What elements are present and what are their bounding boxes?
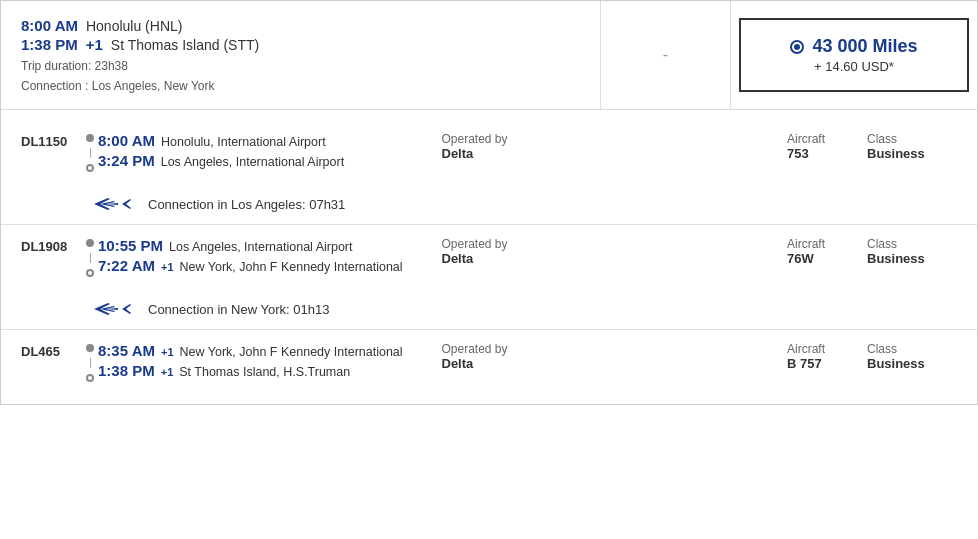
trip-duration: Trip duration: 23h38 — [21, 59, 580, 73]
seg3-dep-airport: New York, John F Kennedy International — [180, 345, 403, 359]
seg1-arr-airport: Los Angeles, International Airport — [161, 155, 344, 169]
connection-text-1: Connection in Los Angeles: 07h31 — [148, 197, 345, 212]
segment-class-2: Class Business — [867, 237, 957, 266]
aircraft-value-3: B 757 — [787, 356, 867, 371]
segment-aircraft-1: Aircraft 753 — [787, 132, 867, 161]
segment-operated-3: Operated by Delta — [432, 342, 788, 371]
dot-line-2 — [90, 253, 91, 263]
seg2-arr-airport: New York, John F Kennedy International — [180, 260, 403, 274]
class-label-2: Class — [867, 237, 957, 251]
trip-connection: Connection : Los Angeles, New York — [21, 79, 580, 93]
dot-col-1 — [86, 132, 94, 172]
seg3-arr-modifier: +1 — [161, 366, 174, 378]
dot-filled — [86, 134, 94, 142]
dot-filled-3 — [86, 344, 94, 352]
dot-filled-2 — [86, 239, 94, 247]
aircraft-label-1: Aircraft — [787, 132, 867, 146]
segment-id-3: DL465 — [21, 342, 86, 359]
connection-text-2: Connection in New York: 01h13 — [148, 302, 329, 317]
seg2-dep-time: 10:55 PM — [98, 237, 163, 254]
seg3-dep-time: 8:35 AM — [98, 342, 155, 359]
class-value-1: Business — [867, 146, 957, 161]
seg1-dep-time: 8:00 AM — [98, 132, 155, 149]
segment-id-1: DL1150 — [21, 132, 86, 149]
connection-row-2: Connection in New York: 01h13 — [1, 289, 977, 329]
segment-aircraft-3: Aircraft B 757 — [787, 342, 867, 371]
price-box[interactable]: 43 000 Miles + 14.60 USD* — [739, 18, 969, 92]
flight-card: 8:00 AM Honolulu (HNL) 1:38 PM +1 St Tho… — [0, 0, 978, 405]
dot-empty-2 — [86, 269, 94, 277]
operated-label-3: Operated by — [442, 342, 788, 356]
class-label-3: Class — [867, 342, 957, 356]
seg1-arr-time: 3:24 PM — [98, 152, 155, 169]
time-airport-2: 10:55 PM Los Angeles, International Airp… — [98, 237, 432, 274]
plane-icon-2 — [86, 299, 136, 319]
header-dash: - — [601, 1, 731, 109]
dot-empty-3 — [86, 374, 94, 382]
time-airport-3: 8:35 AM +1 New York, John F Kennedy Inte… — [98, 342, 432, 379]
segment-class-1: Class Business — [867, 132, 957, 161]
aircraft-label-3: Aircraft — [787, 342, 867, 356]
seg2-arr-modifier: +1 — [161, 261, 174, 273]
aircraft-value-2: 76W — [787, 251, 867, 266]
segment-row-3: DL465 8:35 AM +1 New York, John F Kenned… — [1, 330, 977, 394]
aircraft-label-2: Aircraft — [787, 237, 867, 251]
seg3-dep-modifier: +1 — [161, 346, 174, 358]
operated-value-1: Delta — [442, 146, 788, 161]
seg3-arr-time: 1:38 PM — [98, 362, 155, 379]
seg1-dep-airport: Honolulu, International Airport — [161, 135, 326, 149]
connection-row-1: Connection in Los Angeles: 07h31 — [1, 184, 977, 224]
flight-header: 8:00 AM Honolulu (HNL) 1:38 PM +1 St Tho… — [1, 1, 977, 110]
dot-line-3 — [90, 358, 91, 368]
segments-container: DL1150 8:00 AM Honolulu, International A… — [1, 110, 977, 404]
seg2-arr-time: 7:22 AM — [98, 257, 155, 274]
header-departure-time: 8:00 AM — [21, 17, 78, 34]
segment-operated-1: Operated by Delta — [432, 132, 788, 161]
header-flight-info: 8:00 AM Honolulu (HNL) 1:38 PM +1 St Tho… — [1, 1, 601, 109]
dot-col-3 — [86, 342, 94, 382]
aircraft-value-1: 753 — [787, 146, 867, 161]
class-value-2: Business — [867, 251, 957, 266]
dot-empty — [86, 164, 94, 172]
operated-value-3: Delta — [442, 356, 788, 371]
operated-label-1: Operated by — [442, 132, 788, 146]
header-arrival-airport: St Thomas Island (STT) — [111, 37, 259, 53]
price-radio[interactable] — [790, 40, 804, 54]
price-miles: 43 000 Miles — [812, 36, 917, 57]
operated-value-2: Delta — [442, 251, 788, 266]
header-departure-airport: Honolulu (HNL) — [86, 18, 182, 34]
segment-row-2: DL1908 10:55 PM Los Angeles, Internation… — [1, 225, 977, 289]
class-label-1: Class — [867, 132, 957, 146]
segment-row: DL1150 8:00 AM Honolulu, International A… — [1, 120, 977, 184]
seg2-dep-airport: Los Angeles, International Airport — [169, 240, 352, 254]
plane-icon-1 — [86, 194, 136, 214]
seg3-arr-airport: St Thomas Island, H.S.Truman — [179, 365, 350, 379]
segment-id-2: DL1908 — [21, 237, 86, 254]
segment-class-3: Class Business — [867, 342, 957, 371]
class-value-3: Business — [867, 356, 957, 371]
segment-operated-2: Operated by Delta — [432, 237, 788, 266]
dot-col-2 — [86, 237, 94, 277]
header-arrival-modifier: +1 — [86, 36, 103, 53]
operated-label-2: Operated by — [442, 237, 788, 251]
price-usd: + 14.60 USD* — [814, 59, 894, 74]
time-airport-1: 8:00 AM Honolulu, International Airport … — [98, 132, 432, 169]
header-arrival-time: 1:38 PM — [21, 36, 78, 53]
dot-line — [90, 148, 91, 158]
segment-aircraft-2: Aircraft 76W — [787, 237, 867, 266]
